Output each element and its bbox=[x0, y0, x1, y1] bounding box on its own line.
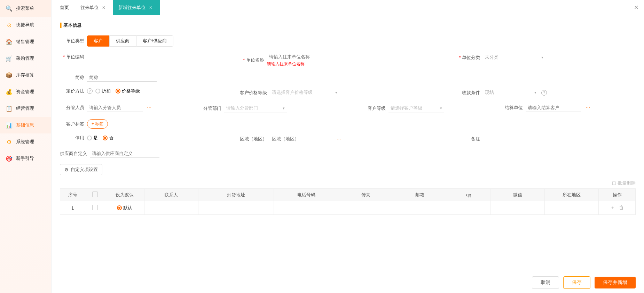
address-input[interactable] bbox=[215, 205, 257, 211]
unit-name-input[interactable] bbox=[267, 53, 351, 61]
sidebar-item-search[interactable]: 🔍 搜索菜单 bbox=[0, 0, 51, 17]
radio-no-circle bbox=[103, 136, 108, 140]
settlement-unit-input[interactable] bbox=[526, 104, 581, 112]
region-ellipsis[interactable]: ··· bbox=[335, 136, 343, 142]
disabled-group: 停用 是 否 bbox=[60, 135, 240, 141]
table-header-row: 序号 设为默认 联系人 到货地址 电话号码 传真 邮箱 qq 微信 所在地区 操… bbox=[60, 189, 636, 201]
tab-partner[interactable]: 往来单位 ✕ bbox=[75, 0, 113, 15]
radio-yes-circle bbox=[87, 136, 92, 140]
batch-delete-label[interactable]: 批量删除 bbox=[618, 180, 636, 186]
unit-btn-supplier[interactable]: 供应商 bbox=[109, 35, 136, 47]
manager-input[interactable] bbox=[87, 104, 143, 112]
td-contact bbox=[144, 201, 198, 215]
sidebar-item-label: 系统管理 bbox=[16, 139, 34, 145]
manager-ellipsis[interactable]: ··· bbox=[146, 105, 153, 111]
stock-icon: 📦 bbox=[6, 72, 13, 79]
disabled-no[interactable]: 否 bbox=[103, 135, 113, 141]
save-new-button[interactable]: 保存并新增 bbox=[595, 277, 636, 288]
payment-terms-select[interactable]: 现结 ▾ bbox=[483, 88, 539, 97]
remarks-group: 备注 bbox=[456, 135, 636, 143]
row-add-button[interactable]: ＋ bbox=[609, 204, 616, 212]
customer-level-select[interactable]: 请选择客户等级 ▾ bbox=[388, 104, 444, 113]
region-label: 区域（地区） bbox=[240, 136, 267, 142]
payment-terms-label: 收款条件 bbox=[456, 90, 480, 96]
pricing-row: 定价方法 ? 折扣 价格等级 客户价格等级 bbox=[60, 88, 636, 97]
unit-btn-customer[interactable]: 客户 bbox=[87, 35, 109, 47]
unit-type-label: 单位类型 bbox=[60, 38, 84, 44]
row-default-radio[interactable]: 默认 bbox=[109, 205, 140, 211]
contact-input[interactable] bbox=[157, 205, 185, 211]
qq-input[interactable] bbox=[458, 205, 479, 211]
td-wechat bbox=[490, 201, 545, 215]
payment-terms-group: 收款条件 现结 ▾ ? bbox=[456, 88, 636, 97]
tab-new-partner-close[interactable]: ✕ bbox=[148, 5, 154, 11]
add-tag-button[interactable]: + 标签 bbox=[87, 119, 108, 129]
manager-group: 分管人员 ··· bbox=[60, 104, 197, 112]
customer-price-chevron: ▾ bbox=[335, 90, 337, 95]
region-input[interactable] bbox=[270, 135, 332, 143]
row-region-input[interactable] bbox=[558, 205, 586, 211]
sidebar-item-label: 销售管理 bbox=[16, 39, 34, 45]
payment-help-icon[interactable]: ? bbox=[541, 90, 547, 96]
tags-row: 客户标签 + 标签 bbox=[60, 119, 636, 129]
short-name-input[interactable] bbox=[87, 73, 157, 82]
supplier-custom-label: 供应商自定义 bbox=[60, 150, 87, 157]
customer-price-select[interactable]: 请选择客户价格等级 ▾ bbox=[270, 88, 339, 97]
disabled-yes[interactable]: 是 bbox=[87, 135, 98, 141]
th-address: 到货地址 bbox=[198, 189, 274, 201]
sidebar-item-label: 基础信息 bbox=[16, 122, 34, 128]
sidebar-item-label: 新手引导 bbox=[16, 155, 34, 162]
header-checkbox[interactable] bbox=[92, 192, 98, 197]
tab-new-partner[interactable]: 新增往来单位 ✕ bbox=[113, 0, 160, 15]
unit-category-select[interactable]: 未分类 ▾ bbox=[483, 53, 545, 62]
pricing-radio-discount[interactable]: 折扣 bbox=[95, 88, 111, 94]
sales-icon: 🏠 bbox=[6, 38, 13, 45]
sidebar-item-sales[interactable]: 🏠 销售管理 bbox=[0, 33, 51, 50]
td-phone bbox=[274, 201, 339, 215]
custom-settings-button[interactable]: ⚙ 自定义项设置 bbox=[60, 164, 102, 175]
unit-type-buttons: 客户 供应商 客户/供应商 bbox=[87, 35, 173, 47]
unit-code-row: 单位编码 000009 单位名称 请输入往来单位名称 单位分类 未分类 ▾ bbox=[60, 53, 636, 67]
sidebar: 🔍 搜索菜单 ⊙ 快捷导航 🏠 销售管理 🛒 采购管理 📦 库存核算 💰 资金管… bbox=[0, 0, 52, 293]
row-default-circle bbox=[117, 205, 122, 210]
department-select[interactable]: 请输入分管部门 ▾ bbox=[224, 104, 287, 113]
pricing-help-icon[interactable]: ? bbox=[87, 88, 93, 94]
save-button[interactable]: 保存 bbox=[563, 276, 590, 289]
quick-nav-icon: ⊙ bbox=[6, 22, 13, 29]
tab-partner-close[interactable]: ✕ bbox=[101, 5, 107, 11]
sidebar-item-basic-info[interactable]: 📊 基础信息 bbox=[0, 117, 51, 133]
sidebar-item-quick-nav[interactable]: ⊙ 快捷导航 bbox=[0, 17, 51, 33]
th-fax: 传真 bbox=[339, 189, 393, 201]
radio-level-circle bbox=[116, 89, 120, 93]
sidebar-item-system[interactable]: ⚙ 系统管理 bbox=[0, 133, 51, 150]
supplier-custom-input[interactable] bbox=[90, 149, 159, 158]
sidebar-item-guide[interactable]: 🎯 新手引导 bbox=[0, 150, 51, 167]
sidebar-item-stock[interactable]: 📦 库存核算 bbox=[0, 67, 51, 83]
sidebar-item-operations[interactable]: 📋 经营管理 bbox=[0, 100, 51, 117]
cancel-button[interactable]: 取消 bbox=[532, 276, 559, 289]
tab-bar-close-all[interactable]: ✕ bbox=[631, 3, 641, 12]
row-delete-button[interactable]: 🗑 bbox=[618, 204, 625, 211]
td-email bbox=[393, 201, 447, 215]
sidebar-item-label: 资金管理 bbox=[16, 89, 34, 95]
sidebar-item-finance[interactable]: 💰 资金管理 bbox=[0, 83, 51, 100]
disabled-radio-group: 是 否 bbox=[87, 135, 113, 141]
tags-label: 客户标签 bbox=[60, 121, 84, 127]
unit-btn-both[interactable]: 客户/供应商 bbox=[136, 35, 173, 47]
batch-delete-icon: ☐ bbox=[612, 181, 616, 186]
unit-code-input[interactable]: 000009 bbox=[87, 53, 157, 61]
wechat-input[interactable] bbox=[504, 205, 532, 211]
settlement-ellipsis[interactable]: ··· bbox=[584, 105, 591, 111]
sidebar-item-label: 经营管理 bbox=[16, 105, 34, 112]
sidebar-item-purchase[interactable]: 🛒 采购管理 bbox=[0, 50, 51, 67]
tab-home[interactable]: 首页 bbox=[54, 0, 75, 15]
remarks-input[interactable] bbox=[483, 135, 552, 143]
th-wechat: 微信 bbox=[490, 189, 545, 201]
settings-gear-icon: ⚙ bbox=[64, 167, 69, 172]
phone-input[interactable] bbox=[289, 205, 324, 211]
row-checkbox[interactable] bbox=[92, 205, 98, 210]
pricing-radio-level[interactable]: 价格等级 bbox=[116, 88, 140, 94]
fax-input[interactable] bbox=[352, 205, 380, 211]
manager-label: 分管人员 bbox=[60, 105, 84, 111]
email-input[interactable] bbox=[406, 205, 434, 211]
